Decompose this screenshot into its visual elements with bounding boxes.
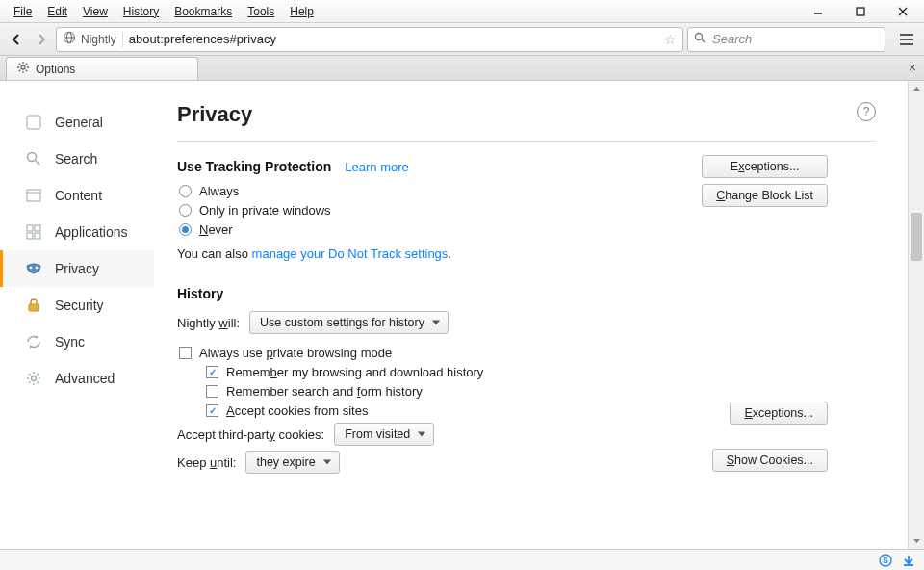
menu-edit[interactable]: Edit bbox=[39, 2, 75, 21]
scroll-thumb[interactable] bbox=[911, 213, 922, 261]
menu-tools[interactable]: Tools bbox=[240, 2, 282, 21]
svg-line-17 bbox=[19, 64, 20, 65]
third-party-label: Accept third-party cookies: bbox=[177, 428, 324, 442]
svg-rect-28 bbox=[27, 233, 33, 239]
category-search[interactable]: Search bbox=[0, 141, 154, 177]
dnt-settings-link[interactable]: manage your Do Not Track settings bbox=[252, 246, 449, 261]
tab-options[interactable]: Options bbox=[6, 57, 198, 80]
content-icon bbox=[24, 186, 43, 205]
help-icon[interactable]: ? bbox=[857, 102, 876, 121]
back-button[interactable] bbox=[6, 29, 27, 50]
divider bbox=[177, 141, 876, 142]
globe-icon bbox=[63, 31, 76, 47]
content-scrollbar[interactable] bbox=[908, 81, 924, 549]
category-sidebar: General Search Content Applications Priv… bbox=[0, 81, 154, 549]
page-title: Privacy bbox=[177, 102, 876, 127]
keep-until-select[interactable]: they expire bbox=[245, 451, 339, 474]
forward-button[interactable] bbox=[31, 29, 52, 50]
remember-search-checkbox[interactable]: Remember search and form history bbox=[206, 384, 876, 399]
keep-until-label: Keep until: bbox=[177, 455, 236, 470]
svg-point-30 bbox=[30, 267, 33, 270]
lock-icon bbox=[24, 296, 43, 315]
svg-text:S: S bbox=[883, 556, 888, 565]
tracking-exceptions-button[interactable]: Exceptions... bbox=[702, 155, 828, 178]
history-will-label: Nightly will: bbox=[177, 316, 240, 330]
category-sync[interactable]: Sync bbox=[0, 324, 154, 360]
svg-line-20 bbox=[19, 70, 20, 71]
svg-rect-29 bbox=[35, 233, 40, 239]
svg-rect-1 bbox=[857, 8, 864, 15]
navbar: Nightly about:preferences#privacy ☆ Sear… bbox=[0, 23, 924, 56]
private-browsing-checkbox[interactable]: Always use private browsing mode bbox=[179, 346, 876, 360]
svg-point-22 bbox=[28, 153, 37, 162]
status-s-icon[interactable]: S bbox=[878, 553, 893, 568]
svg-point-33 bbox=[32, 376, 37, 381]
svg-line-39 bbox=[38, 382, 39, 384]
search-bar[interactable]: Search bbox=[687, 27, 886, 52]
url-text: about:preferences#privacy bbox=[129, 32, 658, 46]
privacy-mask-icon bbox=[24, 259, 43, 278]
tabstrip-close-button[interactable]: × bbox=[909, 60, 916, 75]
tracking-learn-more-link[interactable]: Learn more bbox=[345, 160, 408, 174]
general-icon bbox=[24, 113, 43, 132]
sync-icon bbox=[24, 332, 43, 351]
tab-label: Options bbox=[36, 63, 75, 76]
search-placeholder: Search bbox=[712, 32, 752, 46]
history-mode-select[interactable]: Use custom settings for history bbox=[249, 311, 449, 334]
category-security[interactable]: Security bbox=[0, 287, 154, 324]
category-privacy[interactable]: Privacy bbox=[0, 250, 154, 287]
svg-line-18 bbox=[26, 70, 27, 71]
show-cookies-button[interactable]: Show Cookies... bbox=[712, 449, 828, 472]
svg-point-7 bbox=[696, 33, 703, 39]
tab-strip: Options × bbox=[0, 56, 924, 81]
svg-line-38 bbox=[29, 374, 31, 376]
menu-help[interactable]: Help bbox=[282, 2, 321, 21]
dnt-text: You can also manage your Do Not Track se… bbox=[177, 246, 876, 261]
scroll-track[interactable] bbox=[909, 97, 924, 532]
category-general[interactable]: General bbox=[0, 104, 154, 141]
hamburger-menu-button[interactable] bbox=[893, 27, 920, 52]
menu-file[interactable]: File bbox=[6, 2, 39, 21]
url-bar[interactable]: Nightly about:preferences#privacy ☆ bbox=[56, 27, 683, 52]
svg-line-8 bbox=[702, 39, 705, 42]
menu-bookmarks[interactable]: Bookmarks bbox=[167, 2, 240, 21]
content-pane: Privacy ? Exceptions... Change Block Lis… bbox=[154, 81, 924, 549]
window-minimize-button[interactable] bbox=[797, 0, 839, 23]
status-bar: S bbox=[0, 549, 924, 570]
svg-point-31 bbox=[36, 267, 38, 270]
third-party-cookies-select[interactable]: From visited bbox=[334, 423, 434, 446]
category-advanced[interactable]: Advanced bbox=[0, 360, 154, 397]
svg-rect-21 bbox=[27, 116, 40, 129]
svg-line-23 bbox=[36, 161, 39, 165]
svg-line-40 bbox=[38, 374, 39, 376]
scroll-down-button[interactable] bbox=[909, 532, 924, 549]
change-block-list-button[interactable]: Change Block List bbox=[702, 184, 828, 207]
menubar: File Edit View History Bookmarks Tools H… bbox=[0, 0, 924, 23]
svg-rect-27 bbox=[35, 225, 40, 231]
remember-browsing-checkbox[interactable]: Remember my browsing and download histor… bbox=[206, 365, 876, 379]
scroll-up-button[interactable] bbox=[909, 81, 924, 97]
search-icon bbox=[24, 149, 43, 168]
svg-rect-24 bbox=[27, 190, 40, 201]
svg-point-12 bbox=[21, 65, 25, 69]
category-applications[interactable]: Applications bbox=[0, 214, 154, 250]
history-section-title: History bbox=[177, 286, 876, 301]
cookies-exceptions-button[interactable]: Exceptions... bbox=[730, 402, 828, 425]
tracking-radio-never[interactable]: Never bbox=[179, 222, 876, 237]
gear-icon bbox=[16, 61, 30, 77]
window-maximize-button[interactable] bbox=[839, 0, 882, 23]
identity-box[interactable]: Nightly bbox=[63, 31, 123, 47]
identity-label: Nightly bbox=[81, 33, 116, 46]
menu-history[interactable]: History bbox=[116, 2, 167, 21]
svg-line-41 bbox=[29, 382, 31, 384]
bookmark-star-icon[interactable]: ☆ bbox=[664, 32, 677, 47]
svg-rect-32 bbox=[29, 304, 38, 311]
category-content[interactable]: Content bbox=[0, 177, 154, 214]
download-arrow-icon[interactable] bbox=[901, 553, 916, 568]
applications-icon bbox=[24, 222, 43, 242]
search-icon bbox=[694, 31, 706, 48]
svg-rect-26 bbox=[27, 225, 33, 231]
menu-view[interactable]: View bbox=[75, 2, 116, 21]
window-close-button[interactable] bbox=[882, 0, 924, 23]
svg-line-19 bbox=[26, 64, 27, 65]
